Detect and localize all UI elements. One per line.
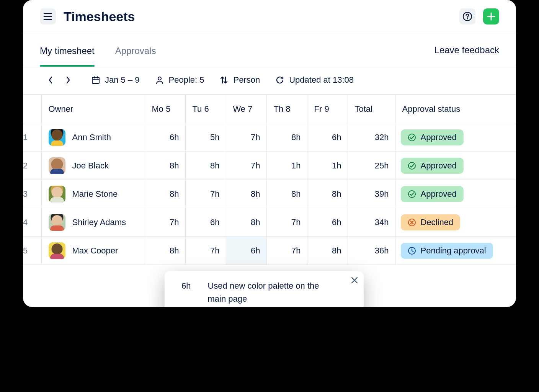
owner-name: Marie Stone	[72, 189, 118, 199]
day-cell[interactable]: 8h	[226, 180, 266, 208]
day-cell[interactable]: 1h	[307, 152, 348, 180]
day-cell[interactable]: 8h	[307, 237, 348, 265]
refresh-icon	[275, 75, 284, 85]
clock-icon	[408, 247, 416, 255]
plus-icon	[487, 12, 495, 21]
sort-label: Person	[233, 75, 260, 85]
updated-label: Updated at 13:08	[289, 75, 354, 85]
table-header-row: Owner Mo 5 Tu 6 We 7 Th 8 Fr 9 Total App…	[23, 95, 516, 123]
calendar-icon	[91, 75, 100, 85]
status-badge: Approved	[401, 186, 464, 202]
col-day: Fr 9	[307, 104, 348, 114]
status-badge: Pending approval	[401, 243, 493, 259]
sort-icon	[219, 75, 229, 85]
day-cell[interactable]: 6h	[145, 123, 185, 152]
svg-point-4	[408, 134, 415, 141]
app-window: Timesheets My timesheet Approvals Leave …	[23, 0, 516, 307]
status-badge: Approved	[401, 158, 464, 174]
day-cell[interactable]: 1h	[266, 152, 307, 180]
day-cell[interactable]: 7h	[226, 123, 266, 152]
person-icon	[155, 75, 164, 85]
add-button[interactable]	[483, 8, 499, 24]
day-cell[interactable]: 6h	[226, 237, 266, 265]
check-circle-icon	[408, 133, 416, 142]
prev-week-button[interactable]	[44, 76, 57, 84]
close-icon	[351, 276, 358, 284]
day-cell[interactable]: 6h	[307, 208, 348, 237]
svg-point-6	[408, 191, 415, 198]
day-cell[interactable]: 7h	[266, 237, 307, 265]
tabs: My timesheet Approvals Leave feedback	[23, 33, 516, 67]
tab-approvals[interactable]: Approvals	[115, 34, 156, 66]
total-cell: 25h	[348, 152, 395, 180]
svg-point-3	[158, 77, 161, 80]
day-cell[interactable]: 8h	[266, 123, 307, 152]
day-cell[interactable]: 7h	[185, 237, 226, 265]
chevron-left-icon	[48, 76, 53, 84]
row-index: 1	[23, 123, 41, 152]
refresh-status[interactable]: Updated at 13:08	[275, 75, 354, 85]
owner-name: Joe Black	[72, 161, 109, 171]
col-day: We 7	[226, 104, 266, 114]
date-range-label: Jan 5 – 9	[105, 75, 140, 85]
x-circle-icon	[408, 218, 416, 227]
timesheet-table: Owner Mo 5 Tu 6 We 7 Th 8 Fr 9 Total App…	[23, 94, 516, 265]
total-cell: 36h	[348, 237, 395, 265]
hamburger-icon	[44, 13, 52, 20]
col-day: Tu 6	[186, 104, 226, 114]
day-cell[interactable]: 7h	[185, 180, 226, 208]
day-cell[interactable]: 5h	[185, 123, 226, 152]
popover-note: Used new color palette on the main page	[207, 279, 322, 305]
svg-point-1	[467, 18, 468, 20]
entry-popover: 6h Used new color palette on the main pa…	[165, 271, 364, 307]
check-circle-icon	[408, 190, 416, 198]
tab-my-timesheet[interactable]: My timesheet	[40, 34, 95, 66]
status-badge: Declined	[401, 214, 461, 230]
day-cell[interactable]: 6h	[307, 123, 348, 152]
check-circle-icon	[408, 162, 416, 170]
day-cell[interactable]: 8h	[145, 180, 185, 208]
menu-button[interactable]	[40, 8, 56, 24]
row-index: 3	[23, 180, 41, 208]
owner-name: Max Cooper	[72, 246, 118, 256]
table-row[interactable]: 5 Max Cooper 8h 7h 6h 7h 8h 36h Pending …	[23, 237, 516, 265]
table-row[interactable]: 2 Joe Black 8h 8h 7h 1h 1h 25h Approved	[23, 152, 516, 180]
day-cell[interactable]: 6h	[185, 208, 226, 237]
col-day: Th 8	[267, 104, 307, 114]
table-row[interactable]: 4 Shirley Adams 7h 6h 8h 7h 6h 34h Decli…	[23, 208, 516, 237]
total-cell: 32h	[348, 123, 395, 152]
total-cell: 39h	[348, 180, 395, 208]
day-cell[interactable]: 8h	[185, 152, 226, 180]
day-cell[interactable]: 8h	[266, 180, 307, 208]
svg-rect-2	[92, 77, 99, 83]
avatar	[49, 129, 65, 146]
next-week-button[interactable]	[62, 76, 74, 84]
day-cell[interactable]: 7h	[226, 152, 266, 180]
header: Timesheets	[23, 0, 516, 33]
popover-hours: 6h	[181, 279, 191, 305]
chevron-right-icon	[66, 76, 70, 84]
table-row[interactable]: 1 Ann Smith 6h 5h 7h 8h 6h 32h Approved	[23, 123, 516, 152]
people-filter[interactable]: People: 5	[155, 75, 204, 85]
sort-control[interactable]: Person	[219, 75, 260, 85]
avatar	[49, 186, 65, 203]
day-cell[interactable]: 8h	[145, 152, 185, 180]
day-cell[interactable]: 7h	[266, 208, 307, 237]
row-index: 5	[23, 237, 41, 265]
owner-name: Ann Smith	[72, 132, 111, 142]
day-cell[interactable]: 8h	[307, 180, 348, 208]
day-cell[interactable]: 8h	[226, 208, 266, 237]
leave-feedback-link[interactable]: Leave feedback	[434, 33, 499, 67]
popover-close-button[interactable]	[351, 276, 358, 286]
date-range-picker[interactable]: Jan 5 – 9	[91, 75, 140, 85]
table-row[interactable]: 3 Marie Stone 8h 7h 8h 8h 8h 39h Approve…	[23, 180, 516, 208]
col-status: Approval status	[395, 104, 516, 114]
help-button[interactable]	[459, 8, 475, 24]
avatar	[49, 214, 65, 231]
owner-name: Shirley Adams	[72, 217, 126, 227]
col-owner: Owner	[42, 104, 145, 114]
svg-point-5	[408, 162, 415, 169]
status-badge: Approved	[401, 129, 464, 145]
day-cell[interactable]: 7h	[145, 208, 185, 237]
day-cell[interactable]: 8h	[145, 237, 185, 265]
